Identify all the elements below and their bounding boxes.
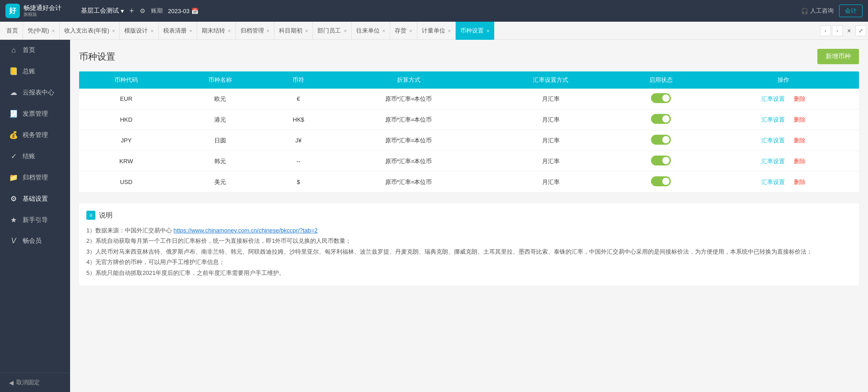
notice-item: 2）系统自动获取每月第一个工作日的汇率标价，统一为直接标价法，即1外币可以兑换的… <box>86 236 852 246</box>
tab-label: 模版设计 <box>124 27 148 35</box>
sidebar: ⌂ 首页 📒 总账 ☁ 云报表中心 🧾 发票管理 💰 税务管理 ✓ 结账 📁 归… <box>0 40 70 392</box>
sidebar-item-archive[interactable]: 📁 归档管理 <box>0 167 70 188</box>
add-project-icon[interactable]: + <box>129 6 134 16</box>
tab-close-icon[interactable]: × <box>409 28 412 33</box>
tab-label: 归档管理 <box>241 27 264 35</box>
enable-toggle[interactable] <box>651 156 671 165</box>
tab-close-icon[interactable]: × <box>448 28 451 33</box>
page-title: 币种设置 <box>79 51 115 63</box>
sidebar-item-reports[interactable]: ☁ 云报表中心 <box>0 82 70 103</box>
account-button[interactable]: 会计 <box>839 5 863 17</box>
tab-tax[interactable]: 税表清册 × <box>159 22 197 40</box>
sidebar-item-tax[interactable]: 💰 税务管理 <box>0 124 70 146</box>
notice-list: 1）数据来源：中国外汇交易中心 https://www.chinamoney.c… <box>86 225 852 278</box>
logo-icon: 好 <box>5 4 20 18</box>
sidebar-item-invoice[interactable]: 🧾 发票管理 <box>0 103 70 124</box>
tab-inventory[interactable]: 存货 × <box>390 22 417 40</box>
cell-code: EUR <box>79 89 173 109</box>
delete-link[interactable]: 删除 <box>794 116 806 123</box>
tab-home[interactable]: 首页 <box>2 22 23 40</box>
tab-label: 凭(中期) <box>28 27 49 35</box>
sidebar-item-label: 发票管理 <box>23 110 48 118</box>
rate-setting-link[interactable]: 汇率设置 <box>761 137 785 144</box>
cell-name: 日圆 <box>173 130 267 151</box>
rate-setting-link[interactable]: 汇率设置 <box>761 179 785 185</box>
enable-toggle[interactable] <box>651 135 671 145</box>
cell-actions: 汇率设置 删除 <box>708 130 859 151</box>
cell-symbol: $ <box>268 172 330 193</box>
cell-rate-type: 月汇率 <box>488 89 614 109</box>
tab-close-icon[interactable]: × <box>112 28 115 33</box>
cell-symbol: € <box>268 89 330 109</box>
tab-currency[interactable]: 币种设置 × <box>456 22 494 40</box>
delete-link[interactable]: 删除 <box>794 158 806 165</box>
sidebar-item-basic[interactable]: ⚙ 基础设置 <box>0 188 70 209</box>
tab-voucher[interactable]: 凭(中期) × <box>23 22 60 40</box>
tab-label: 期末结转 <box>202 27 225 35</box>
rate-setting-link[interactable]: 汇率设置 <box>761 95 785 102</box>
notice-item: 4）无官方牌价的币种，可以用户手工维护汇率信息； <box>86 257 852 267</box>
tab-income[interactable]: 收入支出表(年报) × <box>60 22 120 40</box>
cell-rate-type: 月汇率 <box>488 109 614 130</box>
delete-link[interactable]: 删除 <box>794 95 806 102</box>
project-name[interactable]: 基层工会测试 ▾ <box>81 7 124 15</box>
tab-next-button[interactable]: › <box>832 25 843 36</box>
tab-close-all-button[interactable]: × <box>844 25 854 36</box>
tab-close-icon[interactable]: × <box>151 28 153 33</box>
notice-section: ≡ 说明 1）数据来源：中国外汇交易中心 https://www.chinamo… <box>79 203 859 285</box>
sidebar-item-home[interactable]: ⌂ 首页 <box>0 40 70 61</box>
tab-close-icon[interactable]: × <box>486 28 489 33</box>
col-header-actions: 操作 <box>708 71 859 89</box>
delete-link[interactable]: 删除 <box>794 179 806 185</box>
period-label: 账期 <box>151 7 163 15</box>
tab-period-end[interactable]: 期末结转 × <box>197 22 236 40</box>
calendar-icon[interactable]: 📅 <box>191 8 198 14</box>
sidebar-item-label: 税务管理 <box>23 131 48 139</box>
cell-actions: 汇率设置 删除 <box>708 109 859 130</box>
project-area: 基层工会测试 ▾ + ⚙ 账期 2023-03 📅 <box>75 6 801 16</box>
tab-department[interactable]: 部门员工 × <box>313 22 351 40</box>
tab-close-icon[interactable]: × <box>344 28 346 33</box>
tab-subject[interactable]: 科目期初 × <box>274 22 313 40</box>
rate-setting-link[interactable]: 汇率设置 <box>761 116 785 123</box>
tab-label: 计量单位 <box>422 27 445 35</box>
tab-prev-button[interactable]: ‹ <box>820 25 831 36</box>
tab-archive[interactable]: 归档管理 × <box>236 22 274 40</box>
sidebar-item-guide[interactable]: ★ 新手引导 <box>0 209 70 231</box>
notice-link[interactable]: https://www.chinamoney.com.cn/chinese/bk… <box>174 227 318 234</box>
headset-icon: 🎧 <box>801 8 808 14</box>
tab-template[interactable]: 模版设计 × <box>120 22 158 40</box>
pin-button[interactable]: ◀ 取消固定 <box>0 373 70 392</box>
tab-close-icon[interactable]: × <box>228 28 231 33</box>
tab-close-icon[interactable]: × <box>382 28 385 33</box>
tax-icon: 💰 <box>9 131 18 139</box>
table-row: USD 美元 $ 原币*汇率=本位币 月汇率 汇率设置 删除 <box>79 172 859 193</box>
enable-toggle[interactable] <box>651 93 671 103</box>
cell-status <box>614 89 708 109</box>
col-header-code: 币种代码 <box>79 71 173 89</box>
service-button[interactable]: 🎧 人工咨询 <box>801 7 834 15</box>
rate-setting-link[interactable]: 汇率设置 <box>761 158 785 165</box>
tab-close-icon[interactable]: × <box>189 28 192 33</box>
star-icon: ★ <box>9 216 18 224</box>
tabs-arrows: ‹ › × ⤢ <box>820 25 866 36</box>
sidebar-item-member[interactable]: V 畅会员 <box>0 231 70 251</box>
tab-close-icon[interactable]: × <box>267 28 269 33</box>
sidebar-item-settle[interactable]: ✓ 结账 <box>0 146 70 167</box>
enable-toggle[interactable] <box>651 114 671 124</box>
notice-item: 1）数据来源：中国外汇交易中心 https://www.chinamoney.c… <box>86 225 852 236</box>
col-header-rate-type: 汇率设置方式 <box>488 71 614 89</box>
cell-code: JPY <box>79 130 173 151</box>
delete-link[interactable]: 删除 <box>794 137 806 144</box>
enable-toggle[interactable] <box>651 176 671 186</box>
tab-expand-button[interactable]: ⤢ <box>855 25 866 36</box>
sidebar-item-ledger[interactable]: 📒 总账 <box>0 61 70 82</box>
tab-unit[interactable]: 计量单位 × <box>417 22 456 40</box>
new-currency-button[interactable]: 新增币种 <box>817 49 859 64</box>
tab-close-icon[interactable]: × <box>305 28 308 33</box>
gear-icon[interactable]: ⚙ <box>140 7 146 14</box>
tab-label: 首页 <box>6 27 18 35</box>
tab-close-icon[interactable]: × <box>52 28 55 33</box>
tab-partner[interactable]: 往来单位 × <box>352 22 390 40</box>
member-icon: V <box>9 237 18 245</box>
